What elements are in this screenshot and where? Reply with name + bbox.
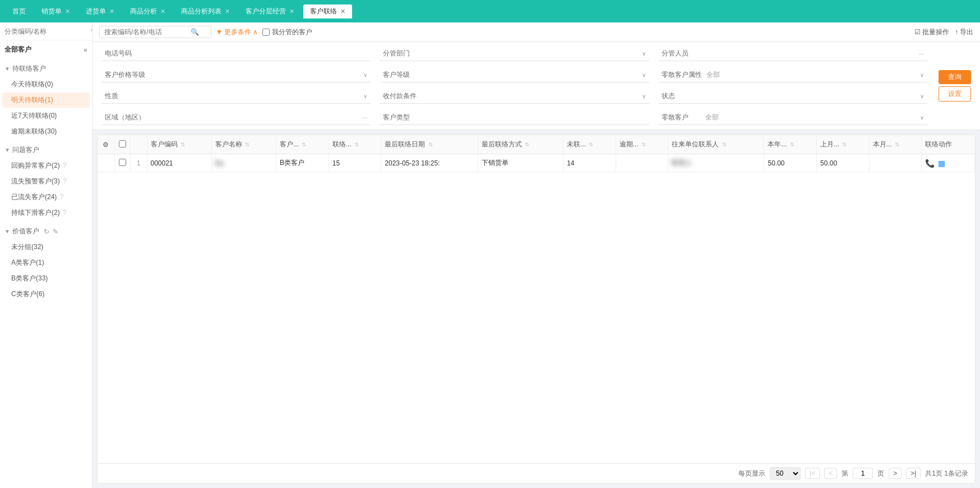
price-grade-dropdown-icon[interactable]: ∨ bbox=[363, 72, 367, 78]
sidebar-search-input[interactable] bbox=[4, 27, 89, 35]
retail-attr-dropdown-icon[interactable]: ∨ bbox=[920, 72, 924, 78]
th-contact-count[interactable]: 联络... ⇅ bbox=[329, 135, 381, 154]
filter-customer-grade-label: 客户等级 bbox=[383, 70, 422, 80]
region-more-icon[interactable]: ··· bbox=[362, 114, 367, 121]
manager-more-icon[interactable]: ··· bbox=[919, 50, 924, 57]
more-filter-btn[interactable]: ▼ 更多条件 ∧ bbox=[216, 27, 258, 37]
last-page-btn[interactable]: >| bbox=[906, 468, 921, 479]
sidebar-item-unclassified[interactable]: 未分组(32) bbox=[2, 240, 90, 255]
status-dropdown-icon[interactable]: ∨ bbox=[920, 93, 924, 99]
gender-dropdown-icon[interactable]: ∨ bbox=[363, 93, 367, 99]
value-edit-icon[interactable]: ✎ bbox=[53, 228, 58, 236]
nav-customer-tier-label: 客户分层经营 bbox=[246, 7, 286, 16]
query-button[interactable]: 查询 bbox=[939, 70, 971, 84]
row-last-method[interactable]: 下销货单 bbox=[478, 154, 563, 172]
page-number-input[interactable] bbox=[853, 468, 873, 479]
nav-home[interactable]: 首页 bbox=[6, 4, 33, 19]
sidebar-item-churned[interactable]: 已流失客户(24) ? bbox=[2, 190, 90, 205]
filter-price-grade-label: 客户价格等级 bbox=[105, 70, 145, 80]
th-this-month[interactable]: 本月... ⇅ bbox=[869, 135, 922, 154]
th-this-year[interactable]: 本年... ⇅ bbox=[764, 135, 817, 154]
th-code[interactable]: 客户编码 ⇅ bbox=[147, 135, 211, 154]
sidebar-item-tomorrow-contact[interactable]: 明天待联络(1) bbox=[2, 93, 90, 108]
th-overdue-label: 逾期... bbox=[620, 140, 639, 148]
page-size-select[interactable]: 50 100 200 bbox=[770, 467, 801, 480]
sidebar-item-class-b[interactable]: B类客户(33) bbox=[2, 271, 90, 286]
row-type: B类客户 bbox=[276, 154, 329, 172]
dept-dropdown-icon[interactable]: ∨ bbox=[642, 50, 646, 57]
main-search-icon[interactable]: 🔍 bbox=[191, 28, 199, 36]
th-last-date-sort-icon: ⇅ bbox=[428, 141, 433, 148]
sidebar-item-overdue-contact[interactable]: 逾期未联络(30) bbox=[2, 124, 90, 139]
checkbox-icon: ☑ bbox=[914, 28, 921, 36]
th-code-sort-icon: ⇅ bbox=[181, 141, 185, 148]
sidebar-all-customers[interactable]: 全部客户 « bbox=[0, 40, 92, 58]
next-page-btn[interactable]: > bbox=[889, 468, 902, 479]
th-last-month[interactable]: 上月... ⇅ bbox=[817, 135, 870, 154]
filter-retail-customer-value[interactable]: 全部 bbox=[705, 113, 918, 122]
nav-sales-label: 销货单 bbox=[41, 7, 62, 16]
th-unit-contact-label: 往来单位联系人 bbox=[672, 140, 719, 148]
batch-op-btn[interactable]: ☑ 批量操作 bbox=[914, 27, 949, 37]
nav-product-analysis-close-icon[interactable]: ✕ bbox=[160, 8, 165, 15]
last-method-link[interactable]: 下销货单 bbox=[482, 159, 509, 167]
th-last-method[interactable]: 最后联络方式 ⇅ bbox=[478, 135, 563, 154]
nav-product-analysis[interactable]: 商品分析 ✕ bbox=[123, 4, 172, 19]
sidebar-item-repurchase-abnormal[interactable]: 回购异常客户(2) ? bbox=[2, 158, 90, 173]
th-contact-sort-icon: ⇅ bbox=[354, 141, 359, 148]
nav-customer-contact[interactable]: 客户联络 ✕ bbox=[303, 4, 352, 19]
sidebar-item-week-contact[interactable]: 近7天待联络(0) bbox=[2, 108, 90, 123]
nav-tier-close-icon[interactable]: ✕ bbox=[289, 8, 294, 15]
filter-phone: 电话号码 bbox=[101, 47, 371, 61]
th-last-month-sort-icon: ⇅ bbox=[842, 141, 847, 148]
first-page-btn[interactable]: |< bbox=[805, 468, 820, 479]
nav-product-list-close-icon[interactable]: ✕ bbox=[225, 8, 230, 15]
export-btn[interactable]: ↑ 导出 bbox=[955, 27, 973, 37]
sidebar-item-class-a[interactable]: A类客户(1) bbox=[2, 255, 90, 270]
th-type[interactable]: 客户... ⇅ bbox=[276, 135, 329, 154]
th-select-all[interactable] bbox=[119, 140, 126, 148]
filter-price-grade: 客户价格等级 ∨ bbox=[101, 68, 371, 82]
th-unit-contact[interactable]: 往来单位联系人 ⇅ bbox=[668, 135, 764, 154]
filter-phone-label: 电话号码 bbox=[105, 49, 144, 58]
my-customers-check[interactable]: 我分管的客户 bbox=[262, 27, 312, 37]
payment-dropdown-icon[interactable]: ∨ bbox=[642, 93, 646, 99]
value-refresh-icon[interactable]: ↻ bbox=[44, 228, 49, 236]
th-unlink-days[interactable]: 未联... ⇅ bbox=[563, 135, 616, 154]
th-last-date[interactable]: 最后联络日期 ⇅ bbox=[381, 135, 478, 154]
page-unit: 页 bbox=[877, 469, 884, 478]
nav-sales-order[interactable]: 销货单 ✕ bbox=[35, 4, 77, 19]
nav-customer-tier[interactable]: 客户分层经营 ✕ bbox=[239, 4, 301, 19]
th-name[interactable]: 客户名称 ⇅ bbox=[211, 135, 276, 154]
nav-contact-close-icon[interactable]: ✕ bbox=[340, 8, 345, 15]
sidebar-collapse-icon[interactable]: « bbox=[84, 46, 87, 54]
sidebar-item-today-contact[interactable]: 今天待联络(0) bbox=[2, 77, 90, 92]
nav-purchase-close-icon[interactable]: ✕ bbox=[109, 8, 114, 15]
row-checkbox[interactable] bbox=[119, 159, 126, 166]
th-gear[interactable]: ⚙ bbox=[98, 135, 114, 154]
sidebar-item-declining[interactable]: 持续下滑客户(2) ? bbox=[2, 205, 90, 220]
nav-close-icon[interactable]: ✕ bbox=[65, 8, 70, 15]
page-word: 第 bbox=[842, 469, 848, 478]
sidebar-item-churn-warning[interactable]: 流失预警客户(3) ? bbox=[2, 174, 90, 189]
filter-retail-attr-value[interactable]: 全部 bbox=[706, 70, 918, 80]
problem-triangle-icon: ▼ bbox=[4, 147, 10, 153]
my-customers-checkbox[interactable] bbox=[262, 29, 270, 36]
prev-page-btn[interactable]: < bbox=[824, 468, 837, 479]
th-name-sort-icon: ⇅ bbox=[245, 141, 249, 148]
customer-grade-dropdown-icon[interactable]: ∨ bbox=[642, 72, 646, 78]
nav-product-analysis-list[interactable]: 商品分析列表 ✕ bbox=[174, 4, 237, 19]
filter-panel-wrapper: 电话号码 分管部门 ∨ 分管人员 ··· bbox=[93, 42, 980, 130]
value-section-title: ▼ 价值客户 ↻ ✎ bbox=[0, 224, 92, 239]
action-grid-icon[interactable]: ▦ bbox=[938, 159, 945, 168]
action-phone-icon[interactable]: 📞 bbox=[925, 159, 935, 168]
th-last-month-label: 上月... bbox=[820, 140, 839, 148]
sidebar-item-class-c[interactable]: C类客户(6) bbox=[2, 287, 90, 302]
set-button[interactable]: 设置 bbox=[939, 86, 971, 102]
value-label: 价值客户 bbox=[12, 227, 39, 236]
main-search-input[interactable] bbox=[104, 28, 188, 36]
retail-customer-dropdown-icon[interactable]: ∨ bbox=[920, 114, 924, 121]
th-overdue[interactable]: 逾期... ⇅ bbox=[616, 135, 668, 154]
nav-purchase-order[interactable]: 进货单 ✕ bbox=[79, 4, 121, 19]
row-overdue bbox=[616, 154, 668, 172]
